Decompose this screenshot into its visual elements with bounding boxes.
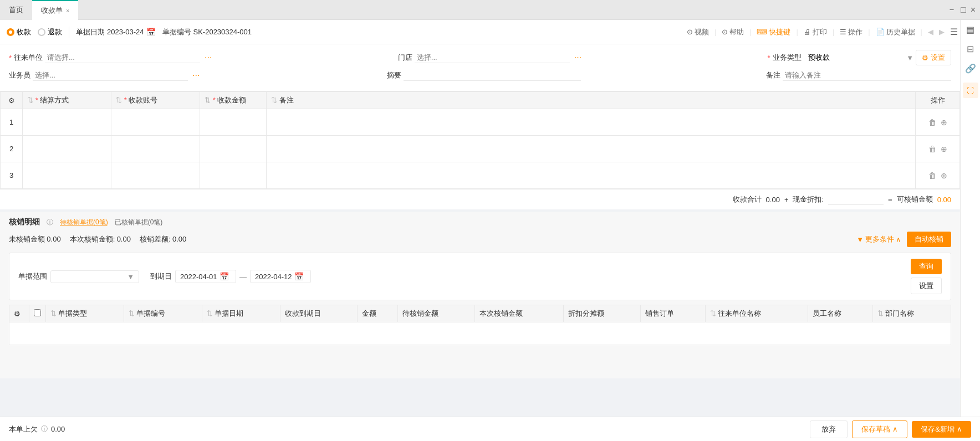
delete-icon-2[interactable]: 🗑	[928, 145, 936, 153]
sidebar-icon-4[interactable]: ⛶	[963, 83, 978, 98]
sidebar-icon-2[interactable]: ⊟	[967, 44, 974, 54]
shortcuts-btn[interactable]: ⌨ 快捷键	[757, 27, 790, 37]
col-pending-label: 待核销金额	[402, 309, 438, 317]
nav-prev-icon[interactable]: ◀	[928, 28, 933, 36]
sort-icon-number[interactable]: ⇅	[129, 309, 135, 317]
footer-info-icon[interactable]: ⓘ	[41, 424, 48, 434]
delete-icon-3[interactable]: 🗑	[928, 171, 936, 180]
row-3-settle[interactable]	[23, 162, 111, 189]
summary-row: 收款合计 0.00 + 现金折扣: = 可核销金额 0.00	[0, 189, 960, 209]
tab-home[interactable]: 首页	[0, 0, 32, 20]
save-new-button[interactable]: 保存&新增 ∧	[912, 421, 971, 438]
sort-icon3[interactable]: ⇅	[205, 96, 211, 104]
calendar-icon[interactable]: 📅	[146, 28, 156, 37]
window-restore-icon[interactable]: □	[961, 5, 966, 15]
range-select[interactable]: ▼	[50, 270, 139, 283]
save-draft-button[interactable]: 保存草稿 ∧	[852, 421, 907, 438]
row-3-amount[interactable]	[200, 162, 267, 189]
query-button[interactable]: 查询	[911, 259, 942, 274]
radio-shoukuan[interactable]: 收款	[7, 27, 31, 37]
window-minimize-icon[interactable]: －	[947, 4, 956, 16]
store-more-btn[interactable]: ···	[572, 53, 584, 63]
col-amount-label: 收款金额	[217, 96, 246, 104]
row-1-remark[interactable]	[267, 109, 916, 136]
salesperson-more-btn[interactable]: ···	[190, 70, 202, 80]
row-1-account[interactable]	[111, 109, 200, 136]
counterpart-more-btn[interactable]: ···	[202, 53, 214, 63]
sort-icon[interactable]: ⇅	[27, 96, 33, 104]
counterpart-input[interactable]	[45, 52, 200, 63]
business-type-dropdown-icon[interactable]: ▼	[906, 54, 913, 62]
current-value: 0.00	[51, 425, 65, 433]
bottom-col-settings[interactable]: ⚙	[9, 305, 29, 322]
col-number-label: 单据编号	[136, 309, 165, 317]
row-1-amount[interactable]	[200, 109, 267, 136]
tab-shoukuan[interactable]: 收款单 ×	[32, 0, 78, 20]
save-new-chevron[interactable]: ∧	[957, 425, 962, 433]
settings-button[interactable]: ⚙ 设置	[916, 50, 951, 65]
salesperson-input[interactable]	[33, 70, 188, 81]
nav-next-icon[interactable]: ▶	[939, 28, 945, 36]
sidebar-icon-3[interactable]: 🔗	[965, 63, 976, 74]
store-input[interactable]	[415, 52, 570, 63]
help-label: 帮助	[729, 27, 744, 37]
tab-close-icon[interactable]: ×	[66, 7, 69, 14]
view-list-icon[interactable]: ☰	[950, 27, 958, 37]
row-2-settle[interactable]	[23, 136, 111, 162]
calendar-to-icon: 📅	[294, 272, 304, 281]
date-from-input[interactable]: 2022-04-01 📅	[175, 270, 236, 283]
delete-icon[interactable]: 🗑	[928, 118, 936, 127]
right-sidebar: ▤ ⊟ 🔗 ⛶	[960, 20, 980, 441]
sort-icon2[interactable]: ⇅	[116, 96, 122, 104]
window-close-icon[interactable]: ×	[971, 5, 976, 15]
hx-info-icon[interactable]: ⓘ	[47, 218, 53, 227]
business-type-field: * 业务类型 预收款 ▼ ⚙ 设置	[768, 50, 951, 65]
sort-icon-dept[interactable]: ⇅	[877, 309, 884, 317]
business-type-value: 预收款	[804, 53, 904, 63]
copy-icon-2[interactable]: ⊕	[941, 145, 947, 153]
row-2-account[interactable]	[111, 136, 200, 162]
form-section: * 往来单位 ··· 门店 ··· * 业务类型 预收款 ▼ ⚙	[0, 44, 960, 91]
col-settings-header[interactable]: ⚙	[1, 92, 23, 109]
help-btn[interactable]: ⊙ 帮助	[722, 27, 744, 37]
discount-input[interactable]	[828, 194, 884, 205]
row-2-remark[interactable]	[267, 136, 916, 162]
video-icon: ⊙	[687, 28, 693, 36]
auto-hx-button[interactable]: 自动核销	[907, 232, 951, 247]
save-draft-chevron[interactable]: ∧	[892, 425, 898, 433]
hx-tab-done[interactable]: 已核销单据(0笔)	[115, 218, 163, 227]
copy-icon[interactable]: ⊕	[941, 118, 947, 127]
print-btn[interactable]: 🖨 打印	[804, 27, 827, 37]
diff-value: 0.00	[172, 235, 186, 243]
sort-icon-date[interactable]: ⇅	[207, 309, 213, 317]
row-1-settle[interactable]	[23, 109, 111, 136]
table-settings-icon[interactable]: ⚙	[8, 96, 15, 105]
bottom-col-number: ⇅ 单据编号	[124, 305, 202, 322]
hx-settings-button[interactable]: 设置	[911, 278, 942, 294]
row-2-amount[interactable]	[200, 136, 267, 162]
bottom-settings-icon[interactable]: ⚙	[14, 310, 21, 318]
row-3-account[interactable]	[111, 162, 200, 189]
sort-icon4[interactable]: ⇅	[271, 96, 277, 104]
sidebar-icon-1[interactable]: ▤	[966, 24, 974, 35]
salesperson-field: 业务员 ···	[9, 70, 202, 81]
radio-tuikuan[interactable]: 退款	[38, 27, 62, 37]
history-btn[interactable]: 📄 历史单据	[876, 27, 915, 37]
radio-group: 收款 退款	[7, 27, 62, 37]
sort-icon-type[interactable]: ⇅	[50, 309, 57, 317]
copy-icon-3[interactable]: ⊕	[941, 171, 947, 180]
settings-gear-icon: ⚙	[922, 54, 928, 62]
abandon-button[interactable]: 放弃	[810, 421, 848, 438]
hx-tab-pending[interactable]: 待核销单据(0笔)	[60, 218, 108, 227]
ops-label: 操作	[848, 27, 862, 37]
summary-input[interactable]	[404, 70, 581, 81]
select-all-checkbox[interactable]	[34, 309, 41, 316]
bottom-col-checkbox[interactable]	[29, 305, 46, 322]
sort-icon-counterpart[interactable]: ⇅	[710, 309, 716, 317]
date-to-input[interactable]: 2022-04-12 📅	[250, 270, 311, 283]
row-3-remark[interactable]	[267, 162, 916, 189]
more-conditions-btn[interactable]: ▼ 更多条件 ∧	[856, 234, 901, 244]
video-btn[interactable]: ⊙ 视频	[687, 27, 709, 37]
ops-btn[interactable]: ☰ 操作	[840, 27, 862, 37]
remark-input[interactable]	[783, 70, 951, 81]
